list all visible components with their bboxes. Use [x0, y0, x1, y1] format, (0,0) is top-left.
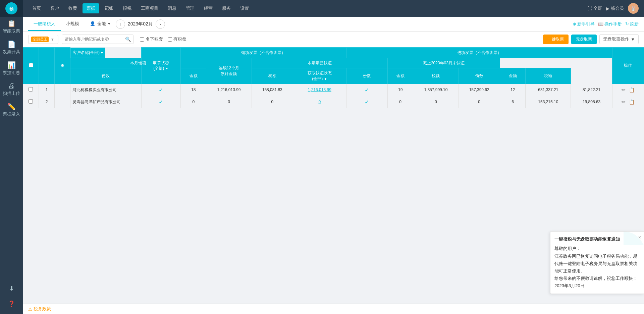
- nav-tax[interactable]: 报税: [119, 3, 136, 13]
- sidebar-item-ticket-entry[interactable]: ✏️ 票据录入: [0, 100, 23, 121]
- th-seq: [39, 48, 55, 84]
- svg-text:畅: 畅: [9, 6, 14, 11]
- row2-cert-icon: ✓: [365, 99, 369, 105]
- topnav: 首页 客户 收费 票据 记账 报税 工商项目 消息 管理 经营 服务 设置 ⛶ …: [23, 0, 644, 17]
- checkbox-sub-account-input[interactable]: [140, 37, 144, 42]
- checkbox-has-disk[interactable]: 有税盘: [168, 36, 186, 42]
- row2-edit-icon[interactable]: ✏: [622, 99, 626, 105]
- th-cert-status[interactable]: 获取认证状态(全部) ▼: [293, 68, 346, 84]
- toolbar-right: 一键取票 无盘取票 无盘取票操作 ▼: [543, 34, 639, 44]
- invoice-open-icon: 📄: [7, 41, 16, 48]
- employee-tag: 全部员工: [31, 37, 49, 42]
- th-monthly-sales: 本月销项: [70, 58, 206, 68]
- row1-sales-count: 18: [181, 84, 206, 96]
- tab-all[interactable]: 👤 全能 ▾: [85, 17, 116, 31]
- th-gear: ⚙: [55, 48, 70, 84]
- all-tab-dropdown-icon: ▾: [108, 21, 110, 26]
- row1-seq: 1: [39, 84, 55, 96]
- sidebar-item-invoice-open[interactable]: 📄 发票开具: [0, 38, 23, 58]
- nav-operation[interactable]: 经营: [200, 3, 217, 13]
- manual-btn[interactable]: 📖 操作手册: [598, 21, 622, 27]
- scan-upload-icon: 🖨: [8, 82, 15, 89]
- tab-small-scale[interactable]: 小规模: [61, 17, 85, 31]
- th-action-header: 操作: [612, 48, 644, 84]
- avatar[interactable]: 🐰: [628, 3, 639, 14]
- row1-edit-icon[interactable]: ✏: [622, 87, 626, 92]
- new-guide-btn[interactable]: ⊕ 新手引导: [573, 21, 595, 27]
- th-uncert-amount: 金额: [500, 68, 525, 84]
- search-btn[interactable]: 🔍: [122, 35, 133, 44]
- row2-purchase-amount: 0: [413, 96, 459, 108]
- th-customer-name[interactable]: 客户名称(全部) ▼: [70, 48, 105, 58]
- th-sales-invoice-group: 销项发票（不含作废票）: [181, 48, 346, 58]
- notification-close-btn[interactable]: ×: [638, 234, 641, 242]
- nav-home[interactable]: 首页: [28, 3, 45, 13]
- nav-bookkeeping[interactable]: 记账: [101, 3, 117, 13]
- row2-copy-icon[interactable]: 📋: [629, 99, 635, 105]
- row1-uncert-tax: 81,822.21: [571, 84, 612, 96]
- row1-cumulative[interactable]: 1,216,013.99: [293, 84, 346, 96]
- search-input[interactable]: [62, 35, 122, 43]
- row2-checkbox[interactable]: [23, 96, 39, 108]
- refresh-btn[interactable]: ↻ 刷新: [625, 21, 639, 27]
- employee-dropdown-icon: ▾: [51, 37, 54, 42]
- sidebar-item-invoice-summary[interactable]: 📊 票据汇总: [0, 58, 23, 79]
- notification-scroll[interactable]: 尊敬的用户： 江苏政务网已恢复访问电子税务局功能，易代账一键登陆电子税务局与无盘…: [554, 245, 640, 290]
- nav-message[interactable]: 消息: [164, 3, 180, 13]
- current-date: 2023年02月: [128, 21, 153, 27]
- tab-bar: 一般纳税人 小规模 👤 全能 ▾ ‹ 2023年02月 › ⊕ 新手引导: [23, 17, 644, 32]
- th-purchase-amount: 金额: [387, 68, 413, 84]
- tab-general-taxpayer[interactable]: 一般纳税人: [28, 17, 61, 31]
- row2-sales-tax: 0: [252, 96, 293, 108]
- vip-btn[interactable]: ▶ 畅会员: [606, 5, 624, 11]
- nav-manage[interactable]: 管理: [182, 3, 199, 13]
- checkbox-sub-account[interactable]: 名下账套: [140, 36, 163, 42]
- row1-purchase-tax: 157,399.62: [459, 84, 500, 96]
- next-month-btn[interactable]: ›: [156, 19, 165, 29]
- notification-content: 江苏政务网已恢复访问电子税务局功能，易代账一键登陆电子税务局与无盘取票相关功能可…: [554, 253, 640, 275]
- notification-apology: 给您带来的不便敬请谅解，祝您工作顺快！: [554, 275, 640, 282]
- sidebar-item-smart-ticket[interactable]: 📋 智能取票: [0, 17, 23, 38]
- row1-sales-tax: 158,081.83: [252, 84, 293, 96]
- th-purchase-tax: 税额: [413, 68, 459, 84]
- row1-checkbox[interactable]: [23, 84, 39, 96]
- sidebar: 畅 📋 智能取票 📄 发票开具 📊 票据汇总 🖨 扫描上传 ✏️ 票据录入 ⬇ …: [0, 0, 23, 314]
- bottom-bar: ⚠ 税务政策: [23, 304, 644, 314]
- one-click-ticket-btn[interactable]: 一键取票: [543, 35, 569, 44]
- row1-take-status: ✓: [141, 84, 181, 96]
- policy-warn-icon: ⚠: [28, 307, 32, 312]
- nav-ticket[interactable]: 票据: [83, 3, 99, 13]
- dropdown-arrow-icon: ▼: [631, 37, 635, 42]
- nav-service[interactable]: 服务: [218, 3, 235, 13]
- notification-title: 一键报税与无盘取票功能恢复通知: [554, 236, 640, 243]
- nav-business[interactable]: 工商项目: [137, 3, 162, 13]
- notification-panel: × 一键报税与无盘取票功能恢复通知 尊敬的用户： 江苏政务网已恢复访问电子税务局…: [550, 231, 644, 294]
- th-cumulative: 连续12个月累计金额: [206, 58, 252, 84]
- policy-link[interactable]: 税务政策: [34, 306, 51, 312]
- row2-uncert-tax: 19,808.63: [571, 96, 612, 108]
- th-uncert-tax: 税额: [526, 68, 571, 84]
- fullscreen-btn[interactable]: ⛶ 全屏: [588, 5, 602, 11]
- no-disk-ops-btn[interactable]: 无盘取票操作 ▼: [599, 34, 639, 44]
- row2-sales-count: 0: [181, 96, 206, 108]
- sidebar-item-scan-upload[interactable]: 🖨 扫描上传: [0, 79, 23, 100]
- checkbox-has-disk-input[interactable]: [168, 37, 172, 42]
- nav-customer[interactable]: 客户: [46, 3, 63, 13]
- help-icon[interactable]: ❓: [0, 297, 23, 311]
- th-uncertified: 截止2023年03月未认证: [387, 58, 500, 68]
- row2-cumulative[interactable]: 0: [293, 96, 346, 108]
- row1-name[interactable]: 河北柯橡橡实业有限公司: [70, 84, 142, 96]
- no-disk-ticket-btn[interactable]: 无盘取票: [571, 35, 597, 44]
- row1-copy-icon[interactable]: 📋: [629, 87, 635, 92]
- th-checkbox[interactable]: [23, 48, 39, 84]
- nav-settings[interactable]: 设置: [236, 3, 253, 13]
- row2-name[interactable]: 灵寿县尚泽矿产品有限公司: [70, 96, 142, 108]
- employee-selector[interactable]: 全部员工 ▾: [28, 35, 58, 44]
- download-icon[interactable]: ⬇: [0, 282, 23, 295]
- prev-month-btn[interactable]: ‹: [116, 19, 125, 29]
- app-logo[interactable]: 畅: [0, 0, 23, 17]
- th-sales-tax: 税额: [252, 68, 293, 84]
- row2-uncert-amount: 153,215.10: [526, 96, 571, 108]
- nav-billing[interactable]: 收费: [64, 3, 81, 13]
- select-all-checkbox[interactable]: [29, 63, 33, 67]
